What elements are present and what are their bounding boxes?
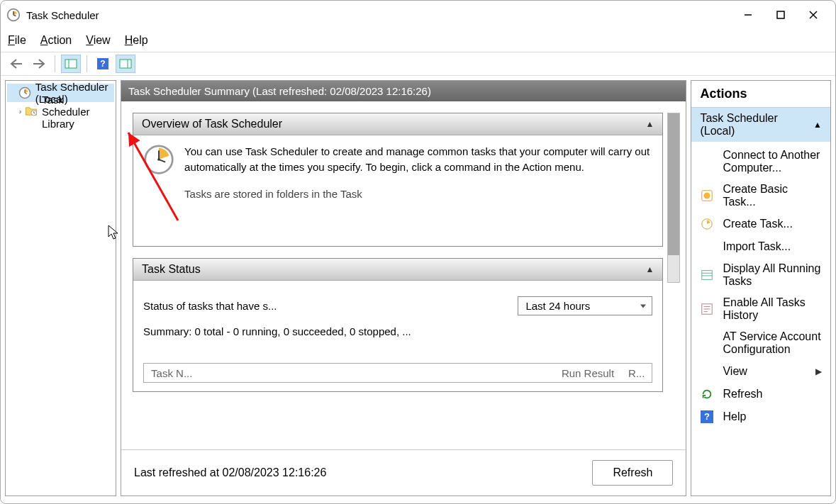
main-area: Task Scheduler (Local) › Task Scheduler … bbox=[1, 76, 835, 503]
maximize-button[interactable] bbox=[764, 4, 797, 26]
overview-title: Overview of Task Scheduler bbox=[142, 118, 282, 130]
menu-view[interactable]: View bbox=[86, 34, 110, 47]
action-label: Import Task... bbox=[723, 240, 791, 253]
menu-file[interactable]: File bbox=[8, 34, 26, 47]
summary-footer: Last refreshed at 02/08/2023 12:16:26 Re… bbox=[121, 449, 686, 495]
chevron-up-icon: ▲ bbox=[813, 120, 822, 130]
menu-help[interactable]: Help bbox=[125, 34, 148, 47]
action-display-running-tasks[interactable]: Display All Running Tasks bbox=[691, 258, 830, 292]
task-basic-icon bbox=[700, 189, 714, 203]
chevron-up-icon: ▲ bbox=[646, 264, 654, 274]
task-icon bbox=[700, 217, 714, 231]
minimize-button[interactable] bbox=[732, 4, 764, 26]
actions-group-header[interactable]: Task Scheduler (Local) ▲ bbox=[691, 108, 830, 142]
action-import-task[interactable]: Import Task... bbox=[691, 235, 830, 258]
menu-action[interactable]: Action bbox=[40, 34, 72, 47]
task-status-table-header: Task N... Run Result R... bbox=[143, 363, 652, 383]
blank-icon bbox=[700, 336, 714, 350]
action-view[interactable]: View ▶ bbox=[691, 360, 830, 383]
summary-header: Task Scheduler Summary (Last refreshed: … bbox=[121, 81, 686, 101]
col-task-name: Task N... bbox=[144, 367, 554, 379]
svg-rect-26 bbox=[702, 271, 712, 280]
blank-icon bbox=[700, 155, 714, 169]
svg-text:?: ? bbox=[704, 411, 710, 422]
action-label: Create Task... bbox=[723, 218, 792, 230]
help-button[interactable]: ? bbox=[93, 55, 113, 73]
running-tasks-icon bbox=[700, 268, 714, 282]
chevron-right-icon[interactable]: › bbox=[17, 107, 23, 116]
action-label: Help bbox=[723, 410, 746, 423]
toolbar: ? bbox=[1, 52, 835, 76]
svg-point-22 bbox=[157, 158, 160, 161]
overview-section: Overview of Task Scheduler ▲ You can use… bbox=[133, 113, 663, 247]
history-icon bbox=[700, 302, 714, 316]
action-connect-another-computer[interactable]: Connect to Another Computer... bbox=[691, 145, 830, 179]
nav-forward-button[interactable] bbox=[29, 55, 49, 73]
action-label: AT Service Account Configuration bbox=[723, 330, 822, 356]
refresh-icon bbox=[700, 387, 714, 401]
action-help[interactable]: ? Help bbox=[691, 405, 830, 428]
toggle-action-pane-button[interactable] bbox=[116, 55, 135, 73]
chevron-up-icon: ▲ bbox=[646, 119, 654, 129]
action-enable-tasks-history[interactable]: Enable All Tasks History bbox=[691, 292, 830, 326]
action-label: View bbox=[723, 365, 747, 378]
task-status-label: Status of tasks that have s... bbox=[143, 300, 277, 312]
task-status-section: Task Status ▲ Status of tasks that have … bbox=[133, 258, 663, 392]
actions-panel-title: Actions bbox=[691, 81, 830, 108]
actions-group-title: Task Scheduler (Local) bbox=[700, 112, 813, 138]
col-extra: R... bbox=[621, 367, 652, 379]
blank-icon bbox=[700, 364, 714, 379]
window-title: Task Scheduler bbox=[26, 9, 99, 21]
svg-rect-4 bbox=[777, 11, 784, 18]
action-label: Enable All Tasks History bbox=[723, 296, 822, 322]
action-create-basic-task[interactable]: Create Basic Task... bbox=[691, 179, 830, 213]
clock-icon bbox=[18, 86, 31, 99]
action-at-service-account[interactable]: AT Service Account Configuration bbox=[691, 326, 830, 360]
action-label: Connect to Another Computer... bbox=[723, 149, 822, 174]
blank-icon bbox=[700, 240, 714, 254]
navigation-tree-panel: Task Scheduler (Local) › Task Scheduler … bbox=[5, 80, 116, 496]
scrollbar-vertical[interactable] bbox=[667, 113, 680, 283]
summary-panel: Task Scheduler Summary (Last refreshed: … bbox=[121, 80, 686, 496]
action-label: Refresh bbox=[723, 388, 762, 401]
action-refresh[interactable]: Refresh bbox=[691, 383, 830, 405]
clock-icon bbox=[6, 8, 21, 22]
col-run-result: Run Result bbox=[554, 367, 621, 379]
app-window: Task Scheduler File Action View Help bbox=[0, 0, 836, 504]
action-label: Display All Running Tasks bbox=[723, 262, 822, 288]
action-create-task[interactable]: Create Task... bbox=[691, 213, 830, 235]
task-status-summary: Summary: 0 total - 0 running, 0 succeede… bbox=[143, 325, 652, 337]
folder-clock-icon bbox=[25, 105, 38, 118]
actions-panel: Actions Task Scheduler (Local) ▲ Connect… bbox=[691, 80, 831, 496]
chevron-right-icon: ▶ bbox=[815, 366, 822, 376]
menubar: File Action View Help bbox=[1, 29, 835, 52]
nav-back-button[interactable] bbox=[6, 55, 26, 73]
svg-rect-11 bbox=[120, 60, 131, 68]
overview-paragraph: You can use Task Scheduler to create and… bbox=[184, 144, 652, 175]
titlebar: Task Scheduler bbox=[1, 1, 835, 29]
tree-node-library[interactable]: › Task Scheduler Library bbox=[7, 102, 114, 121]
overview-header[interactable]: Overview of Task Scheduler ▲ bbox=[133, 113, 662, 135]
refresh-button[interactable]: Refresh bbox=[592, 460, 673, 486]
timeframe-dropdown[interactable]: Last 24 hours bbox=[518, 296, 652, 315]
task-status-title: Task Status bbox=[142, 263, 201, 276]
svg-rect-7 bbox=[65, 60, 77, 68]
close-button[interactable] bbox=[797, 4, 830, 26]
toggle-console-tree-button[interactable] bbox=[61, 55, 81, 73]
svg-point-24 bbox=[704, 193, 710, 199]
clock-icon bbox=[143, 144, 174, 175]
task-status-header[interactable]: Task Status ▲ bbox=[133, 259, 662, 281]
svg-text:?: ? bbox=[100, 59, 105, 69]
tree-node-library-label: Task Scheduler Library bbox=[42, 94, 111, 130]
help-icon: ? bbox=[700, 410, 714, 424]
action-label: Create Basic Task... bbox=[723, 183, 822, 208]
overview-truncated: Tasks are stored in folders in the Task bbox=[184, 188, 652, 200]
last-refreshed-label: Last refreshed at 02/08/2023 12:16:26 bbox=[134, 466, 326, 479]
